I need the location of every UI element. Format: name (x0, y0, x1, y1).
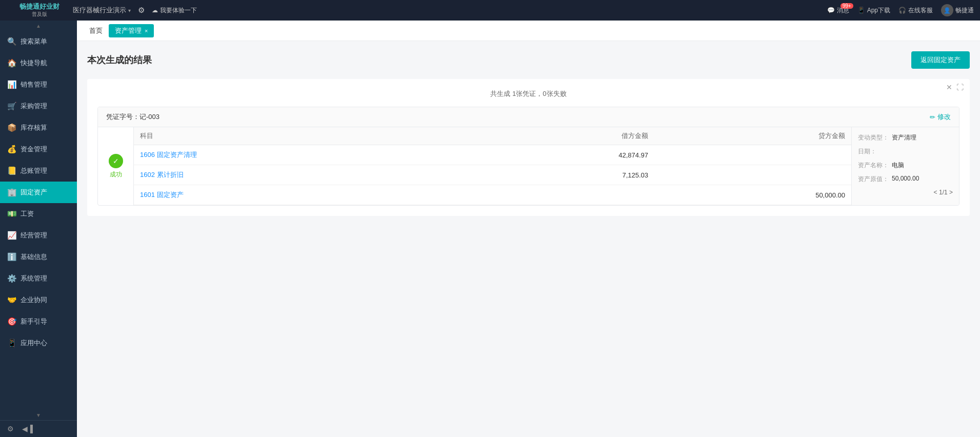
sidebar-item-system[interactable]: ⚙️系统管理 (0, 268, 77, 289)
tab-home[interactable]: 首页 (85, 26, 107, 35)
tab-asset-management[interactable]: 资产管理 × (109, 24, 154, 37)
asset-name-row: 资产名称： 电脑 (858, 161, 953, 170)
debit-amount: 42,874.97 (457, 145, 654, 165)
change-type-label: 变动类型： (858, 133, 889, 142)
sidebar-label-system: 系统管理 (21, 274, 47, 283)
app-download-button[interactable]: 📱 App下载 (857, 6, 890, 15)
subject-link[interactable]: 1601 固定资产 (140, 191, 184, 198)
messages-button[interactable]: 💬 消息 99+ (827, 6, 849, 15)
sidebar-item-app-center[interactable]: 📱应用中心 (0, 332, 77, 354)
pagination-prev[interactable]: < (934, 189, 937, 196)
sidebar-scroll: 🔍搜索菜单🏠快捷导航📊销售管理🛒采购管理📦库存核算💰资金管理📒总账管理🏢固定资产… (0, 31, 77, 410)
page-content: 本次生成的结果 返回固定资产 ✕ ⛶ 共生成 1张凭证，0张失败 凭证字号：记-… (77, 41, 980, 437)
debit-amount: 7,125.03 (457, 165, 654, 185)
user-menu[interactable]: 👤 畅捷通 (941, 4, 974, 16)
pagination-text: 1/1 (939, 189, 949, 196)
sidebar-item-newbie[interactable]: 🎯新手引导 (0, 311, 77, 332)
subject-link[interactable]: 1602 累计折旧 (140, 171, 184, 178)
sidebar-item-purchase[interactable]: 🛒采购管理 (0, 95, 77, 117)
edit-label: 修改 (937, 112, 951, 122)
company-selector[interactable]: 医疗器械行业演示 ▾ (73, 6, 131, 15)
credit-amount: 50,000.00 (654, 185, 851, 205)
pagination-next[interactable]: > (949, 189, 953, 196)
sidebar-icon-fixed-assets: 🏢 (7, 188, 16, 197)
sidebar-item-operation[interactable]: 📈经营管理 (0, 225, 77, 246)
close-panel-icon[interactable]: ✕ (946, 83, 952, 91)
sidebar-icon-system: ⚙️ (7, 274, 16, 283)
sidebar-label-enterprise: 企业协同 (21, 295, 47, 305)
sidebar-item-ledger[interactable]: 📒总账管理 (0, 160, 77, 182)
back-to-fixed-assets-button[interactable]: 返回固定资产 (911, 51, 970, 69)
col-header-subject: 科目 (134, 127, 457, 145)
sidebar-icon-inventory: 📦 (7, 123, 16, 132)
info-panel: 变动类型： 资产清理 日期： 资产名称： 电脑 (851, 127, 959, 205)
success-icon: ✓ (109, 154, 123, 168)
voucher-section: 凭证字号：记-003 ✏ 修改 ✓ 成功 (97, 107, 959, 206)
sidebar-item-search-menu[interactable]: 🔍搜索菜单 (0, 31, 77, 52)
content-area: 首页 资产管理 × 本次生成的结果 返回固定资产 ✕ ⛶ 共生成 1张凭证 (77, 21, 980, 437)
sidebar-label-inventory: 库存核算 (21, 123, 47, 132)
main-layout: ▲ 🔍搜索菜单🏠快捷导航📊销售管理🛒采购管理📦库存核算💰资金管理📒总账管理🏢固定… (0, 21, 980, 437)
sidebar-item-sales[interactable]: 📊销售管理 (0, 74, 77, 95)
sidebar-icon-sales: 📊 (7, 80, 16, 89)
sidebar-item-salary[interactable]: 💵工资 (0, 203, 77, 225)
asset-original-row: 资产原值： 50,000.00 (858, 175, 953, 184)
sidebar-scroll-down[interactable]: ▼ (0, 410, 77, 420)
table-area: 科目 借方金额 贷方金额 1606 固定资产清理 42,874.97 1602 … (134, 127, 851, 205)
edit-icon: ✏ (930, 113, 935, 121)
sidebar-label-search-menu: 搜索菜单 (21, 37, 47, 46)
asset-name-value: 电脑 (892, 161, 904, 170)
try-experience-button[interactable]: ☁ 我要体验一下 (152, 6, 197, 15)
sidebar-item-enterprise[interactable]: 🤝企业协同 (0, 289, 77, 311)
header-right: 💬 消息 99+ 📱 App下载 🎧 在线客服 👤 畅捷通 (827, 4, 974, 16)
online-service-button[interactable]: 🎧 在线客服 (898, 6, 933, 15)
sidebar-item-basic-info[interactable]: ℹ️基础信息 (0, 246, 77, 268)
sidebar-item-quick-nav[interactable]: 🏠快捷导航 (0, 52, 77, 74)
sidebar-icon-quick-nav: 🏠 (7, 58, 16, 68)
sidebar-icon-fund: 💰 (7, 145, 16, 154)
cloud-icon: ☁ (152, 7, 158, 14)
page-title: 本次生成的结果 (87, 54, 152, 66)
page-header: 本次生成的结果 返回固定资产 (87, 51, 970, 69)
success-label: 成功 (110, 170, 122, 179)
gear-button[interactable]: ⚙ (135, 5, 148, 16)
tab-bar: 首页 资产管理 × (77, 21, 980, 41)
pagination[interactable]: < 1/1 > (858, 189, 953, 196)
asset-original-label: 资产原值： (858, 175, 889, 184)
tab-active-label: 资产管理 (115, 26, 142, 35)
date-row: 日期： (858, 147, 953, 156)
sidebar-icon-search-menu: 🔍 (7, 37, 16, 46)
sidebar-item-fund[interactable]: 💰资金管理 (0, 138, 77, 160)
settings-button[interactable]: ⚙ (7, 425, 14, 433)
tab-close-icon[interactable]: × (145, 28, 148, 34)
phone-icon: 📱 (857, 7, 865, 14)
expand-panel-icon[interactable]: ⛶ (956, 83, 964, 91)
logo-subtitle: 普及版 (32, 11, 47, 18)
sidebar-label-quick-nav: 快捷导航 (21, 58, 47, 68)
subject-link[interactable]: 1606 固定资产清理 (140, 151, 197, 158)
sidebar-icon-basic-info: ℹ️ (7, 252, 16, 262)
header-middle: 医疗器械行业演示 ▾ ⚙ ☁ 我要体验一下 (73, 5, 827, 16)
messages-badge: 99+ (841, 3, 853, 9)
col-header-debit: 借方金额 (457, 127, 654, 145)
sidebar-label-sales: 销售管理 (21, 80, 47, 89)
sidebar-icon-newbie: 🎯 (7, 317, 16, 326)
sidebar: ▲ 🔍搜索菜单🏠快捷导航📊销售管理🛒采购管理📦库存核算💰资金管理📒总账管理🏢固定… (0, 21, 77, 437)
collapse-button[interactable]: ◀▐ (22, 425, 33, 433)
sidebar-scroll-up[interactable]: ▲ (0, 21, 77, 31)
credit-amount (654, 165, 851, 185)
edit-voucher-button[interactable]: ✏ 修改 (930, 112, 951, 122)
change-type-row: 变动类型： 资产清理 (858, 133, 953, 142)
change-type-value: 资产清理 (892, 133, 916, 142)
sidebar-item-fixed-assets[interactable]: 🏢固定资产 (0, 182, 77, 203)
avatar: 👤 (941, 4, 953, 16)
debit-amount (457, 185, 654, 205)
credit-amount (654, 145, 851, 165)
table-row: 1606 固定资产清理 42,874.97 (134, 145, 851, 165)
sidebar-item-inventory[interactable]: 📦库存核算 (0, 117, 77, 138)
table-row: 1601 固定资产 50,000.00 (134, 185, 851, 205)
success-status: ✓ 成功 (98, 127, 134, 205)
sidebar-icon-enterprise: 🤝 (7, 295, 16, 305)
sidebar-label-basic-info: 基础信息 (21, 252, 47, 262)
app-download-label: App下载 (867, 6, 890, 15)
